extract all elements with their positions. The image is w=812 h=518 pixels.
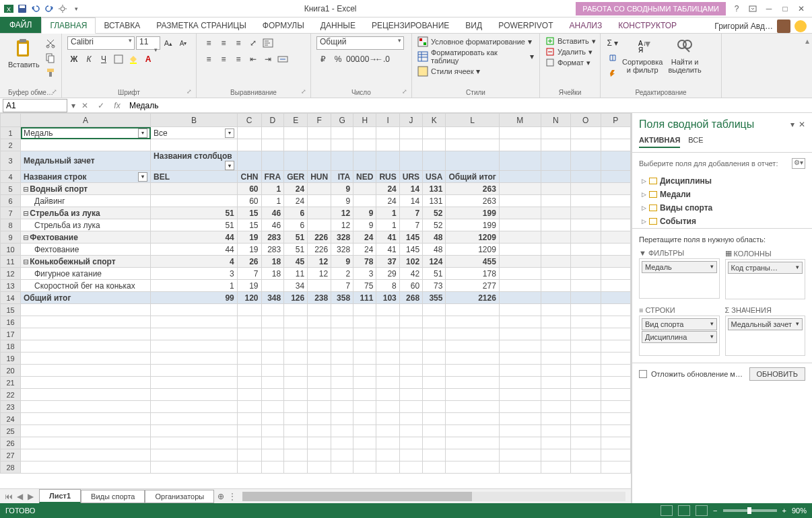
row-header[interactable]: 22: [1, 389, 21, 401]
align-right-button[interactable]: ≡: [232, 52, 245, 66]
minimize-button[interactable]: ─: [764, 3, 774, 14]
maximize-button[interactable]: □: [780, 3, 790, 14]
excel-icon[interactable]: X: [3, 3, 15, 15]
undo-button[interactable]: [30, 3, 42, 15]
font-size-combo[interactable]: 11: [136, 36, 160, 50]
pane-dropdown-icon[interactable]: ▾: [790, 120, 794, 129]
row-header[interactable]: 14: [1, 292, 21, 304]
sheet-nav-prev-icon[interactable]: ◀: [15, 492, 24, 501]
row-header[interactable]: 26: [1, 437, 21, 449]
tab-powerpivot[interactable]: POWERPIVOT: [490, 18, 561, 33]
row-header[interactable]: 15: [1, 304, 21, 316]
row-header[interactable]: 18: [1, 340, 21, 353]
insert-cells-button[interactable]: Вставить ▾: [545, 36, 596, 46]
col-header[interactable]: E: [284, 114, 308, 127]
touch-mode-button[interactable]: [57, 3, 69, 15]
copy-button[interactable]: [44, 51, 57, 65]
tab-home[interactable]: ГЛАВНАЯ: [41, 17, 96, 34]
row-header[interactable]: 19: [1, 353, 21, 365]
row-header[interactable]: 21: [1, 377, 21, 389]
col-header[interactable]: F: [308, 114, 331, 127]
qat-customize-icon[interactable]: ▾: [70, 3, 82, 15]
enter-formula-button[interactable]: ✓: [93, 99, 109, 112]
col-header[interactable]: H: [353, 114, 376, 127]
row-header[interactable]: 17: [1, 328, 21, 340]
cell-styles-button[interactable]: Стили ячеек ▾: [417, 66, 480, 77]
avatar[interactable]: [777, 20, 790, 33]
format-as-table-button[interactable]: Форматировать как таблицу ▾: [417, 48, 534, 65]
orientation-button[interactable]: ⤢: [246, 36, 260, 50]
col-header[interactable]: N: [541, 114, 570, 127]
col-header[interactable]: J: [399, 114, 422, 127]
tab-data[interactable]: ДАННЫЕ: [312, 18, 364, 33]
formula-input[interactable]: [125, 99, 812, 112]
top-align-button[interactable]: ≡: [202, 36, 215, 50]
help-button[interactable]: ?: [731, 3, 742, 14]
col-header[interactable]: I: [376, 114, 399, 127]
row-header[interactable]: 2: [1, 139, 21, 151]
row-header[interactable]: 10: [1, 244, 21, 256]
indent-decrease-button[interactable]: ⇤: [246, 52, 260, 66]
bold-button[interactable]: Ж: [67, 52, 81, 66]
filter-dropdown-icon[interactable]: ▾: [138, 172, 147, 182]
col-header[interactable]: B: [151, 114, 238, 127]
col-header[interactable]: P: [601, 114, 631, 127]
sheet-menu-icon[interactable]: ⋮: [228, 492, 237, 501]
tab-insert[interactable]: ВСТАВКА: [96, 18, 148, 33]
field-list-item[interactable]: ▷События: [639, 215, 805, 228]
conditional-format-button[interactable]: Условное форматирование ▾: [417, 36, 532, 47]
tab-analyze[interactable]: АНАЛИЗ: [561, 18, 610, 33]
increase-font-button[interactable]: A▴: [162, 36, 175, 50]
sort-filter-button[interactable]: А↓Я Сортировка и фильтр: [619, 36, 665, 75]
tab-view[interactable]: ВИД: [457, 18, 490, 33]
percent-button[interactable]: %: [331, 52, 345, 66]
field-list-item[interactable]: ▷Медали: [639, 188, 805, 201]
row-header[interactable]: 23: [1, 401, 21, 413]
col-header[interactable]: A: [21, 114, 151, 127]
pane-tab-active[interactable]: АКТИВНАЯ: [639, 136, 680, 148]
page-break-view-button[interactable]: [696, 505, 708, 516]
filter-field-item[interactable]: Медаль: [642, 261, 717, 273]
zoom-out-button[interactable]: −: [713, 507, 717, 515]
decrease-font-button[interactable]: A▾: [176, 36, 190, 50]
wrap-text-button[interactable]: [261, 36, 275, 50]
feedback-icon[interactable]: [794, 20, 807, 32]
row-header[interactable]: 3: [1, 151, 21, 171]
fill-button[interactable]: [606, 51, 619, 65]
format-painter-button[interactable]: [44, 66, 57, 79]
increase-decimal-button[interactable]: .00→: [361, 52, 374, 66]
clear-button[interactable]: [606, 66, 619, 79]
zone-rows[interactable]: Вид спорта Дисциплина: [639, 316, 720, 356]
row-header[interactable]: 25: [1, 425, 21, 437]
indent-increase-button[interactable]: ⇥: [261, 52, 275, 66]
defer-checkbox[interactable]: [639, 370, 647, 378]
zone-filters[interactable]: Медаль: [639, 258, 720, 299]
row-header[interactable]: 13: [1, 280, 21, 292]
col-header[interactable]: D: [261, 114, 284, 127]
bottom-align-button[interactable]: ≡: [232, 36, 245, 50]
row-header[interactable]: 1: [1, 127, 21, 139]
italic-button[interactable]: К: [82, 52, 96, 66]
cancel-formula-button[interactable]: ✕: [77, 99, 93, 112]
tab-review[interactable]: РЕЦЕНЗИРОВАНИЕ: [364, 18, 457, 33]
align-center-button[interactable]: ≡: [217, 52, 230, 66]
add-sheet-button[interactable]: ⊕: [214, 492, 228, 501]
row-header[interactable]: 27: [1, 449, 21, 461]
ribbon-display-button[interactable]: [747, 3, 758, 14]
value-field-item[interactable]: Медальный зачет: [728, 318, 803, 330]
fx-button[interactable]: fx: [109, 99, 125, 112]
sheet-tab-3[interactable]: Организаторы: [145, 490, 214, 503]
sheet-nav-first-icon[interactable]: ⏮: [4, 492, 13, 501]
filter-dropdown-icon[interactable]: ▾: [225, 161, 234, 170]
row-header[interactable]: 9: [1, 231, 21, 244]
col-header[interactable]: C: [237, 114, 261, 127]
row-header[interactable]: 12: [1, 268, 21, 280]
col-header[interactable]: O: [571, 114, 601, 127]
zoom-level[interactable]: 90%: [792, 507, 807, 515]
zone-values[interactable]: Медальный зачет: [725, 316, 806, 356]
currency-button[interactable]: ₽: [316, 52, 330, 66]
row-header[interactable]: 8: [1, 219, 21, 231]
border-button[interactable]: [112, 52, 125, 66]
zoom-slider[interactable]: [723, 509, 777, 512]
font-name-combo[interactable]: Calibri: [67, 36, 135, 50]
